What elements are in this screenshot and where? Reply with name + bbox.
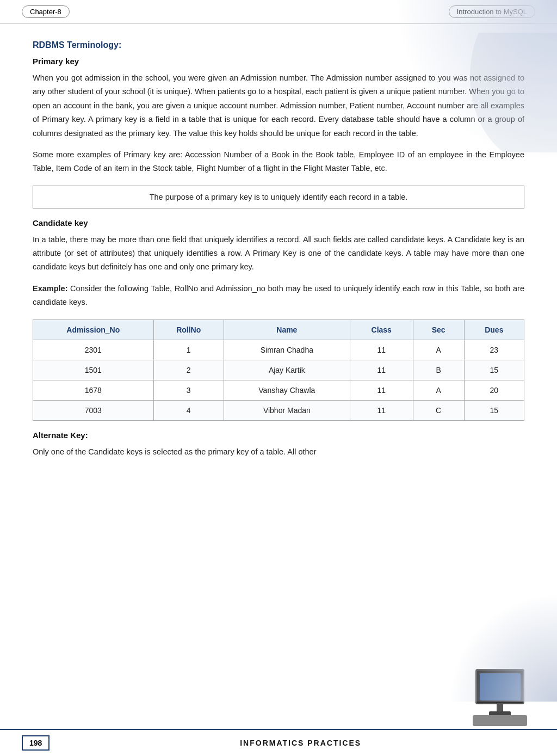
alternate-key-para1: Only one of the Candidate keys is select… [33, 445, 524, 459]
table-row: 16783Vanshay Chawla11A20 [33, 380, 524, 400]
example-description: Consider the following Table, RollNo and… [33, 284, 524, 306]
table-cell: 1678 [33, 380, 154, 400]
table-row: 23011Simran Chadha11A23 [33, 340, 524, 360]
table-cell: 11 [350, 380, 413, 400]
primary-key-para2: Some more examples of Primary key are: A… [33, 148, 524, 176]
monitor [475, 669, 524, 704]
col-sec: Sec [413, 319, 464, 340]
table-cell: A [413, 380, 464, 400]
table-row: 70034Vibhor Madan11C15 [33, 400, 524, 420]
col-class: Class [350, 319, 413, 340]
table-cell: 4 [153, 400, 224, 420]
table-cell: 11 [350, 400, 413, 420]
col-dues: Dues [464, 319, 524, 340]
page: Chapter-8 Introduction to MySQL RDBMS Te… [0, 0, 557, 756]
primary-key-highlight: The purpose of a primary key is to uniqu… [33, 186, 524, 208]
table-cell: 2 [153, 360, 224, 380]
table-cell: 15 [464, 360, 524, 380]
table-cell: 2301 [33, 340, 154, 360]
candidate-key-para1: In a table, there may be more than one f… [33, 233, 524, 274]
monitor-screen [480, 673, 521, 700]
table-cell: Ajay Kartik [224, 360, 350, 380]
table-cell: 20 [464, 380, 524, 400]
chapter-label: Chapter-8 [22, 5, 70, 18]
page-header: Chapter-8 Introduction to MySQL [0, 0, 557, 24]
example-text: Example: Consider the following Table, R… [33, 282, 524, 310]
computer-illustration [470, 669, 541, 729]
table-cell: Simran Chadha [224, 340, 350, 360]
main-content: RDBMS Terminology: Primary key When you … [0, 24, 557, 499]
table-cell: 1 [153, 340, 224, 360]
chapter-topic: Introduction to MySQL [449, 5, 535, 18]
table-cell: 11 [350, 360, 413, 380]
example-label: Example: [33, 284, 67, 293]
col-rollno: RollNo [153, 319, 224, 340]
table-cell: C [413, 400, 464, 420]
table-cell: 11 [350, 340, 413, 360]
candidate-key-table: Admission_No RollNo Name Class Sec Dues … [33, 319, 524, 421]
table-header-row: Admission_No RollNo Name Class Sec Dues [33, 319, 524, 340]
primary-key-heading: Primary key [33, 57, 524, 66]
col-name: Name [224, 319, 350, 340]
table-cell: 15 [464, 400, 524, 420]
footer-title: INFORMATICS PRACTICES [66, 739, 535, 747]
page-number: 198 [22, 735, 49, 751]
rdbms-section-title: RDBMS Terminology: [33, 40, 524, 50]
primary-key-para1: When you got admission in the school, yo… [33, 71, 524, 140]
col-admission-no: Admission_No [33, 319, 154, 340]
table-cell: 3 [153, 380, 224, 400]
table-cell: 7003 [33, 400, 154, 420]
table-cell: Vanshay Chawla [224, 380, 350, 400]
page-footer: 198 INFORMATICS PRACTICES [0, 729, 557, 756]
table-cell: Vibhor Madan [224, 400, 350, 420]
keyboard [473, 715, 527, 726]
table-cell: A [413, 340, 464, 360]
table-cell: 1501 [33, 360, 154, 380]
table-cell: 23 [464, 340, 524, 360]
table-row: 15012Ajay Kartik11B15 [33, 360, 524, 380]
table-cell: B [413, 360, 464, 380]
candidate-key-heading: Candidate key [33, 218, 524, 228]
alternate-key-heading: Alternate Key: [33, 431, 524, 440]
